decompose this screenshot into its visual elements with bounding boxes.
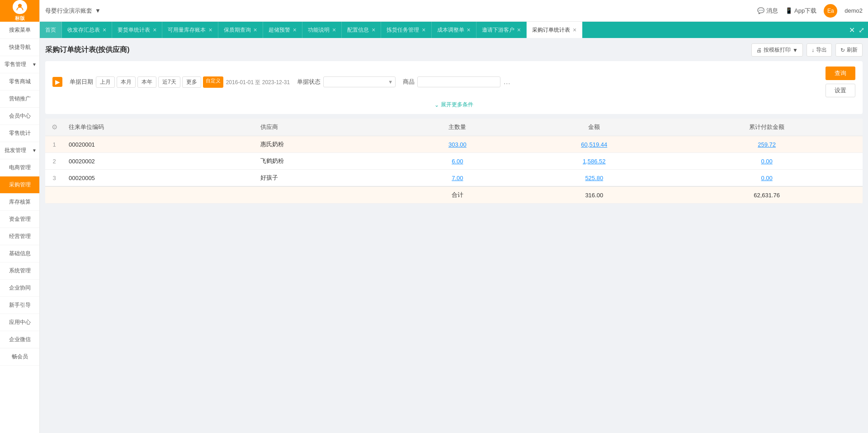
- date-btns: 上月 本月 本年 近7天 更多 自定义: [96, 76, 223, 88]
- goods-more-icon[interactable]: …: [503, 78, 510, 86]
- sidebar-item-label-1: 快捷导航: [9, 43, 31, 51]
- row-amount[interactable]: 60,519.44: [517, 136, 671, 153]
- sidebar: 标版 搜索菜单快捷导航零售管理▼零售商城营销推广会员中心零售统计批发管理▼电商管…: [0, 0, 40, 433]
- tab-6[interactable]: 功能说明×: [302, 22, 342, 38]
- row-amount[interactable]: 1,586.52: [517, 153, 671, 170]
- row-qty[interactable]: 7.00: [397, 170, 517, 187]
- custom-date-badge[interactable]: 自定义: [203, 76, 223, 88]
- tab-11[interactable]: 采购订单统计表×: [527, 22, 582, 38]
- this-year-btn[interactable]: 本年: [137, 76, 156, 88]
- tab-close-5[interactable]: ×: [293, 27, 297, 33]
- fullscreen-btn[interactable]: ⤢: [859, 26, 864, 34]
- sidebar-item-17[interactable]: 应用中心: [0, 314, 39, 331]
- table-row: 2 00020002 飞鹤奶粉 6.00 1,586.52 0.00: [45, 153, 863, 170]
- content-area: 采购订单统计表(按供应商) 🖨 按模板打印 ▼ ↓ 导出 ↻ 刷新: [40, 38, 868, 433]
- more-btn[interactable]: 更多: [182, 76, 201, 88]
- row-amount[interactable]: 525.80: [517, 170, 671, 187]
- query-button[interactable]: 查询: [826, 67, 855, 80]
- row-qty[interactable]: 6.00: [397, 153, 517, 170]
- sidebar-item-15[interactable]: 企业协同: [0, 280, 39, 297]
- close-tab-btn[interactable]: ✕: [849, 26, 855, 34]
- row-supplier: 飞鹤奶粉: [255, 153, 398, 170]
- settings-button[interactable]: 设置: [826, 84, 855, 97]
- tab-label-11: 采购订单统计表: [532, 26, 570, 34]
- tab-3[interactable]: 可用量库存账本×: [162, 22, 218, 38]
- goods-label: 商品: [403, 78, 415, 86]
- sidebar-item-4[interactable]: 营销推广: [0, 90, 39, 108]
- sidebar-item-19[interactable]: 畅会员: [0, 348, 39, 366]
- expand-label: 展开更多条件: [441, 101, 473, 109]
- sidebar-item-9[interactable]: 采购管理: [0, 176, 39, 194]
- tab-close-1[interactable]: ×: [103, 27, 106, 33]
- row-qty[interactable]: 303.00: [397, 136, 517, 153]
- status-select[interactable]: [323, 76, 396, 87]
- gear-icon[interactable]: ⚙: [52, 123, 57, 131]
- username[interactable]: demo2: [844, 7, 863, 14]
- row-paid[interactable]: 0.00: [671, 170, 863, 187]
- tab-2[interactable]: 要货单统计表×: [112, 22, 162, 38]
- tab-5[interactable]: 超储预警×: [263, 22, 302, 38]
- tab-1[interactable]: 收发存汇总表×: [62, 22, 112, 38]
- this-month-btn[interactable]: 本月: [117, 76, 136, 88]
- sidebar-item-label-13: 基础信息: [9, 250, 31, 257]
- filter-toggle-btn[interactable]: ▶: [52, 77, 62, 87]
- sidebar-item-18[interactable]: 企业微信: [0, 331, 39, 348]
- expand-filters-btn[interactable]: ⌄ 展开更多条件: [52, 101, 855, 109]
- sidebar-item-12[interactable]: 经营管理: [0, 228, 39, 245]
- table-header-row: ⚙ 往来单位编码 供应商 主数量 金额 累计付款金额: [45, 119, 863, 136]
- app-download-btn[interactable]: 📱 App下载: [785, 7, 816, 15]
- avatar: Ea: [824, 4, 837, 18]
- refresh-button[interactable]: ↻ 刷新: [835, 43, 863, 57]
- sidebar-item-13[interactable]: 基础信息: [0, 245, 39, 262]
- tab-close-11[interactable]: ×: [573, 27, 576, 33]
- sidebar-item-2[interactable]: 零售管理▼: [0, 56, 39, 73]
- tab-9[interactable]: 成本调整单×: [432, 22, 476, 38]
- sidebar-item-10[interactable]: 库存核算: [0, 194, 39, 211]
- tab-close-7[interactable]: ×: [372, 27, 375, 33]
- tab-close-2[interactable]: ×: [153, 27, 156, 33]
- row-paid[interactable]: 0.00: [671, 153, 863, 170]
- sidebar-item-7[interactable]: 批发管理▼: [0, 142, 39, 159]
- tab-close-3[interactable]: ×: [208, 27, 212, 33]
- tab-close-4[interactable]: ×: [254, 27, 257, 33]
- tab-close-6[interactable]: ×: [332, 27, 336, 33]
- sidebar-item-14[interactable]: 系统管理: [0, 262, 39, 280]
- tab-close-10[interactable]: ×: [517, 27, 521, 33]
- 7days-btn[interactable]: 近7天: [158, 76, 180, 88]
- tab-label-0: 首页: [45, 26, 56, 34]
- print-button[interactable]: 🖨 按模板打印 ▼: [751, 43, 803, 57]
- sidebar-item-5[interactable]: 会员中心: [0, 108, 39, 125]
- tab-4[interactable]: 保质期查询×: [218, 22, 263, 38]
- tab-8[interactable]: 拣货任务管理×: [381, 22, 431, 38]
- sidebar-item-label-9: 采购管理: [9, 181, 31, 189]
- tab-0[interactable]: 首页: [40, 22, 62, 38]
- export-button[interactable]: ↓ 导出: [807, 43, 832, 57]
- tab-label-1: 收发存汇总表: [67, 26, 100, 34]
- tab-close-8[interactable]: ×: [422, 27, 425, 33]
- print-arrow: ▼: [793, 47, 798, 53]
- tab-7[interactable]: 配置信息×: [342, 22, 381, 38]
- sidebar-item-16[interactable]: 新手引导: [0, 297, 39, 314]
- sidebar-item-label-8: 电商管理: [9, 164, 31, 171]
- last-month-btn[interactable]: 上月: [96, 76, 115, 88]
- refresh-label: 刷新: [847, 46, 858, 54]
- message-btn[interactable]: 💬 消息: [757, 7, 778, 15]
- sidebar-item-11[interactable]: 资金管理: [0, 211, 39, 228]
- col-gear: ⚙: [45, 119, 63, 136]
- table-footer-row: 合计 316.00 62,631.76: [45, 186, 863, 204]
- tab-10[interactable]: 邀请下游客户×: [476, 22, 527, 38]
- sidebar-item-0[interactable]: 搜索菜单: [0, 22, 39, 39]
- sidebar-item-3[interactable]: 零售商城: [0, 73, 39, 90]
- workspace-selector[interactable]: 母婴行业演示账套 ▼: [45, 7, 754, 15]
- message-icon: 💬: [757, 7, 764, 14]
- filter-status-item: 单据状态 ▼: [297, 76, 396, 87]
- goods-input[interactable]: [417, 76, 500, 87]
- refresh-icon: ↻: [840, 47, 845, 53]
- tab-close-9[interactable]: ×: [467, 27, 471, 33]
- sidebar-item-1[interactable]: 快捷导航: [0, 39, 39, 56]
- row-paid[interactable]: 259.72: [671, 136, 863, 153]
- row-num: 2: [45, 153, 63, 170]
- sidebar-item-6[interactable]: 零售统计: [0, 125, 39, 142]
- filter-goods-item: 商品 …: [403, 76, 510, 87]
- sidebar-item-8[interactable]: 电商管理: [0, 159, 39, 176]
